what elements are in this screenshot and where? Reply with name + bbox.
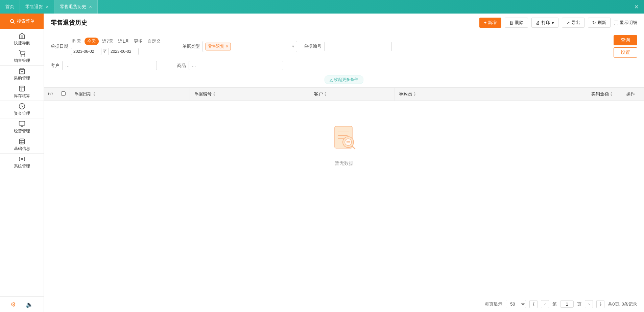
table-settings-col[interactable] bbox=[44, 88, 57, 101]
sidebar-item-sales[interactable]: 销售管理 bbox=[0, 48, 44, 66]
svg-point-3 bbox=[24, 55, 24, 56]
svg-point-2 bbox=[21, 55, 21, 56]
filter-row-2: 客户 商品 bbox=[51, 61, 637, 70]
table-body: 暂无数据 bbox=[44, 101, 644, 187]
doc-no-input[interactable] bbox=[324, 42, 392, 51]
home-icon bbox=[19, 32, 25, 39]
doc-type-dropdown-icon: ▾ bbox=[292, 44, 294, 49]
refresh-button[interactable]: ↻ 刷新 bbox=[588, 18, 611, 28]
page-first-button[interactable]: ⟪ bbox=[529, 300, 538, 308]
sales-icon bbox=[19, 50, 25, 57]
collapse-button[interactable]: △ 收起更多条件 bbox=[325, 75, 363, 84]
date-btn-1month[interactable]: 近1月 bbox=[117, 38, 130, 45]
filter-area: 单据日期 昨天 今天 近7天 近1月 更多 自定义 bbox=[51, 32, 637, 87]
sort-arrows-guide[interactable]: ▲▼ bbox=[413, 91, 416, 97]
table-select-all[interactable] bbox=[61, 91, 66, 96]
window-close-icon[interactable]: ✕ bbox=[634, 4, 639, 10]
sidebar-item-inventory[interactable]: 库存核算 bbox=[0, 83, 44, 101]
tab-retail-return[interactable]: 零售退货 ✕ bbox=[20, 0, 54, 14]
svg-point-23 bbox=[345, 139, 352, 146]
doc-type-select[interactable]: 零售退货 ✕ ▾ bbox=[202, 41, 297, 52]
empty-state-row: 暂无数据 bbox=[44, 101, 644, 187]
th-actions: 操作 bbox=[617, 88, 644, 101]
date-btn-7days[interactable]: 近7天 bbox=[101, 38, 115, 45]
goods-input[interactable] bbox=[189, 61, 283, 70]
empty-illustration bbox=[327, 121, 361, 155]
export-button[interactable]: ↗ 导出 bbox=[562, 18, 585, 28]
sidebar-bottom: ⚙ 🔈 bbox=[0, 296, 44, 312]
tab-home[interactable]: 首页 bbox=[0, 0, 20, 14]
empty-state: 暂无数据 bbox=[44, 101, 644, 187]
date-btn-custom[interactable]: 自定义 bbox=[146, 38, 162, 45]
purchase-icon bbox=[19, 68, 25, 74]
content-area: 零售退货历史 + 新增 🗑 删除 🖨 打印 ▾ ↗ 导出 bbox=[44, 14, 644, 312]
date-btn-yesterday[interactable]: 昨天 bbox=[71, 38, 82, 45]
th-date: 单据日期 ▲▼ bbox=[70, 88, 190, 101]
tab-retail-return-history[interactable]: 零售退货历史 ✕ bbox=[54, 0, 98, 14]
sort-arrows-no[interactable]: ▲▼ bbox=[213, 91, 216, 97]
sidebar-item-system[interactable]: 系统管理 bbox=[0, 154, 44, 171]
business-icon bbox=[19, 120, 25, 127]
empty-text: 暂无数据 bbox=[335, 160, 354, 166]
date-from-input[interactable] bbox=[71, 48, 101, 55]
doc-type-tag-close[interactable]: ✕ bbox=[225, 44, 229, 49]
settings-config-button[interactable]: 设置 bbox=[614, 47, 637, 58]
th-no: 单据编号 ▲▼ bbox=[190, 88, 310, 101]
date-to-input[interactable] bbox=[108, 48, 139, 55]
main-layout: 搜索菜单 快捷导航 销售管理 bbox=[0, 14, 644, 312]
print-button[interactable]: 🖨 打印 ▾ bbox=[531, 18, 558, 28]
table-checkbox-col[interactable] bbox=[57, 88, 70, 101]
date-range-inputs: 至 bbox=[71, 48, 162, 55]
tab-close-retail-return-history[interactable]: ✕ bbox=[89, 5, 92, 9]
finance-icon bbox=[19, 103, 25, 110]
settings-bottom-icon[interactable]: ⚙ bbox=[10, 301, 16, 308]
page-title-row: 零售退货历史 + 新增 🗑 删除 🖨 打印 ▾ ↗ 导出 bbox=[51, 18, 637, 28]
sidebar-item-business[interactable]: 经营管理 bbox=[0, 118, 44, 136]
tab-bar: 首页 零售退货 ✕ 零售退货历史 ✕ bbox=[0, 0, 634, 14]
tab-close-retail-return[interactable]: ✕ bbox=[46, 5, 49, 9]
print-dropdown-icon: ▾ bbox=[552, 20, 554, 25]
sidebar-menu: 快捷导航 销售管理 采购管理 bbox=[0, 29, 44, 296]
query-button[interactable]: 查询 bbox=[614, 35, 637, 45]
collapse-row: △ 收起更多条件 bbox=[51, 73, 637, 87]
sort-arrows-amount[interactable]: ▲▼ bbox=[610, 91, 613, 97]
collapse-icon: △ bbox=[330, 77, 333, 82]
sidebar-item-finance[interactable]: 资金管理 bbox=[0, 101, 44, 118]
data-table: 单据日期 ▲▼ 单据编号 ▲▼ bbox=[44, 88, 644, 187]
date-shortcuts: 昨天 今天 近7天 近1月 更多 自定义 bbox=[71, 38, 162, 45]
sort-arrows-date[interactable]: ▲▼ bbox=[93, 91, 96, 97]
page-next-button[interactable]: › bbox=[585, 300, 593, 308]
page-header: 零售退货历史 + 新增 🗑 删除 🖨 打印 ▾ ↗ 导出 bbox=[44, 14, 644, 88]
total-info: 共0页, 0条记录 bbox=[608, 301, 637, 307]
page-prev-button[interactable]: ‹ bbox=[541, 300, 549, 308]
sort-arrows-customer[interactable]: ▲▼ bbox=[324, 91, 327, 97]
refresh-icon: ↻ bbox=[592, 20, 596, 25]
th-customer: 客户 ▲▼ bbox=[310, 88, 395, 101]
sidebar-search-button[interactable]: 搜索菜单 bbox=[0, 14, 44, 29]
delete-icon: 🗑 bbox=[509, 20, 514, 25]
page-number-input[interactable] bbox=[560, 300, 574, 308]
new-button[interactable]: + 新增 bbox=[479, 18, 501, 28]
customer-input[interactable] bbox=[62, 61, 157, 70]
sidebar-item-info[interactable]: 基础信息 bbox=[0, 136, 44, 154]
date-btn-today[interactable]: 今天 bbox=[85, 38, 99, 45]
show-detail-input[interactable] bbox=[614, 21, 618, 25]
svg-line-1 bbox=[13, 22, 15, 24]
pagination-bar: 每页显示 50 100 200 ⟪ ‹ 第 页 › ⟫ 共0页, 0条记录 bbox=[44, 296, 644, 312]
show-detail-checkbox[interactable]: 显示明细 bbox=[614, 20, 637, 26]
page-last-button[interactable]: ⟫ bbox=[596, 300, 604, 308]
sidebar-item-home[interactable]: 快捷导航 bbox=[0, 30, 44, 48]
svg-rect-5 bbox=[19, 86, 24, 91]
svg-point-16 bbox=[21, 158, 23, 160]
date-btn-more[interactable]: 更多 bbox=[133, 38, 144, 45]
inventory-icon bbox=[19, 85, 25, 92]
page-size-select[interactable]: 50 100 200 bbox=[506, 300, 526, 308]
audio-icon[interactable]: 🔈 bbox=[26, 301, 33, 308]
svg-point-17 bbox=[50, 93, 51, 94]
svg-line-24 bbox=[352, 146, 355, 149]
delete-button[interactable]: 🗑 删除 bbox=[505, 18, 528, 28]
svg-rect-9 bbox=[19, 121, 25, 125]
doc-type-filter: 单据类型 零售退货 ✕ ▾ bbox=[182, 41, 297, 52]
doc-type-tag: 零售退货 ✕ bbox=[206, 43, 231, 50]
sidebar-item-purchase[interactable]: 采购管理 bbox=[0, 66, 44, 83]
